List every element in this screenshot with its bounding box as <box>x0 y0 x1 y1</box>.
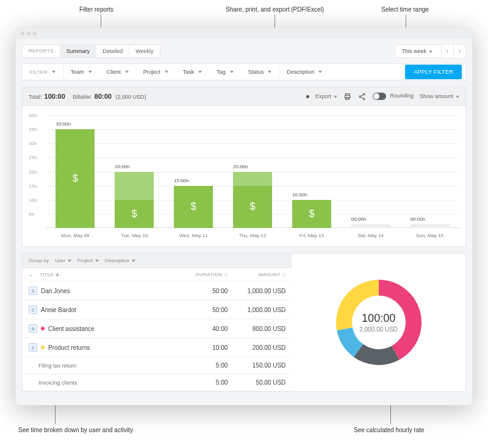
breakdown-card: Group by User Project Description ⌄ TITL… <box>22 253 466 392</box>
group-user[interactable]: User <box>55 258 71 263</box>
share-icon[interactable] <box>358 92 367 101</box>
group-by-bar: Group by User Project Description <box>23 254 292 268</box>
annotation-export: Share, print, and export (PDF/Excel) <box>226 6 324 13</box>
filter-project[interactable]: Project <box>136 64 176 80</box>
tab-weekly[interactable]: Weekly <box>129 45 159 57</box>
tabs-label: REPORTS <box>23 45 60 57</box>
annotation-line <box>390 402 391 424</box>
table-row[interactable]: 2Annie Bardot50:001,000.00 USD <box>23 300 292 319</box>
titlebar <box>16 28 472 39</box>
rounding-toggle[interactable]: Rounding <box>373 93 414 100</box>
time-range-next[interactable]: › <box>454 44 466 59</box>
annotation-range: Select time range <box>381 6 429 13</box>
table-header: ⌄ TITLE ◆ DURATION ◇ AMOUNT ◇ <box>23 268 292 282</box>
filter-team[interactable]: Team <box>63 64 99 80</box>
filter-bar: FILTER Team Client Project Task Tag Stat… <box>22 63 466 80</box>
totals: Total:100:00 Billable:80:00 (2,000 USD) <box>29 93 146 100</box>
expand-all-icon[interactable]: ⌄ <box>29 272 40 277</box>
time-range: This week ‹ › <box>395 44 466 59</box>
filter-task[interactable]: Task <box>176 64 210 80</box>
filter-status[interactable]: Status <box>241 64 279 80</box>
bar-4: $10:00hFri, May 13 <box>282 115 341 228</box>
group-project[interactable]: Project <box>77 258 99 263</box>
filter-description[interactable]: Description <box>279 64 329 80</box>
print-icon[interactable] <box>343 92 352 101</box>
tab-summary[interactable]: Summary <box>60 45 97 57</box>
dot-icon <box>306 95 309 98</box>
bar-5: 00:00hSat, May 14 <box>341 115 400 228</box>
time-range-prev[interactable]: ‹ <box>442 44 454 59</box>
donut-total-amount: 2,000.00 USD <box>359 326 398 333</box>
report-tabs: REPORTS Summary Detailed Weekly <box>22 44 160 58</box>
table-row[interactable]: Filing tax return5:00150.00 USD <box>23 357 292 374</box>
table-row[interactable]: 2Product returns10:00200.00 USD <box>23 338 292 357</box>
filter-tag[interactable]: Tag <box>209 64 241 80</box>
apply-filter-button[interactable]: APPLY FILTER <box>405 65 462 79</box>
filter-client[interactable]: Client <box>99 64 136 80</box>
chevron-down-icon <box>429 51 432 53</box>
export-menu[interactable]: Export <box>315 93 337 99</box>
table-row[interactable]: Invoicing clients5:0050.00 USD <box>23 374 292 391</box>
group-description[interactable]: Description <box>105 258 135 263</box>
app-window: REPORTS Summary Detailed Weekly This wee… <box>15 27 473 405</box>
time-range-select[interactable]: This week <box>395 44 442 58</box>
bar-3: $20:00hThu, May 12 <box>223 115 282 228</box>
show-amount-menu[interactable]: Show amount <box>420 93 459 99</box>
bar-chart: 40h35h30h25h20h15h10h5h$35:00hMon, May 0… <box>23 106 465 246</box>
bar-6: 00:00hSun, May 15 <box>400 115 459 228</box>
bar-2: $15:00hWed, May 11 <box>164 115 223 228</box>
chart-card: Total:100:00 Billable:80:00 (2,000 USD) … <box>22 87 466 247</box>
annotation-rate: See calculated hourly rate <box>354 427 425 433</box>
table-row[interactable]: 8Client assistance40:00800.00 USD <box>23 319 292 338</box>
donut-total-time: 100:00 <box>362 312 395 325</box>
table-row[interactable]: 3Dan Jones50:001,000.00 USD <box>23 282 292 300</box>
annotation-line <box>55 402 56 424</box>
annotation-filter: Filter reports <box>79 6 113 13</box>
tab-detailed[interactable]: Detailed <box>96 45 129 57</box>
donut-chart: 100:00 2,000.00 USD <box>330 274 428 371</box>
filter-label: FILTER <box>23 65 63 80</box>
annotation-breakdown: See time broken down by user and activit… <box>18 427 133 433</box>
bar-1: $20:00hTue, May 10 <box>105 115 164 228</box>
bar-0: $35:00hMon, May 09 <box>46 115 105 228</box>
